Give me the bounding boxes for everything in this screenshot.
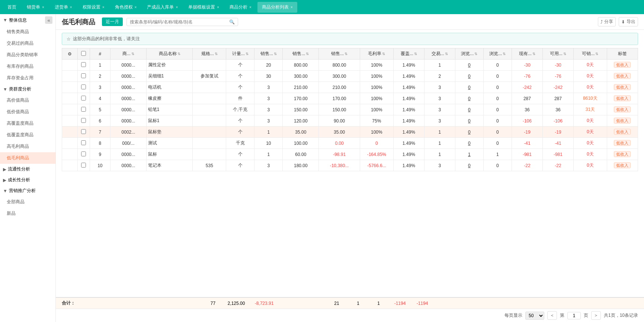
nav-sales-close[interactable]: × (42, 5, 44, 9)
sidebar-section-overall[interactable]: ▼ 整体信息 « (0, 14, 55, 26)
cell-checkbox[interactable] (77, 127, 90, 138)
sidebar-item-high-margin[interactable]: 高毛利商品 (0, 141, 55, 152)
sort-icon-coverage[interactable]: ⇅ (414, 52, 417, 56)
sidebar-section-growth[interactable]: ▶ 成长性分析 (0, 175, 55, 185)
cell-view1[interactable]: 0 (455, 138, 483, 149)
col-code[interactable]: 商...⇅ (110, 48, 147, 60)
sort-icon-transaction[interactable]: ⇅ (445, 52, 448, 56)
view1-link[interactable]: 0 (468, 118, 471, 124)
page-number-input[interactable] (567, 312, 581, 319)
select-all-checkbox[interactable] (81, 51, 86, 56)
col-spec[interactable]: 规格...⇅ (193, 48, 226, 60)
sidebar-collapse-btn[interactable]: « (45, 16, 52, 24)
sidebar-section-marketing[interactable]: ▼ 营销推广分析 (0, 185, 55, 196)
sort-icon-sale-profit[interactable]: ⇅ (345, 52, 347, 56)
col-sale-price[interactable]: 销售...⇅ (283, 48, 319, 60)
nav-roles-close[interactable]: × (135, 5, 137, 9)
nav-analysis[interactable]: 商品分析 × (225, 2, 256, 13)
sidebar-item-high-value[interactable]: 高价值商品 (0, 95, 55, 106)
per-page-select[interactable]: 50 20 100 (525, 312, 544, 320)
settings-icon[interactable]: ⚙ (68, 51, 72, 57)
nav-template-close[interactable]: × (217, 5, 219, 9)
sidebar-item-new-products[interactable]: 新品 (0, 208, 55, 219)
cell-checkbox[interactable] (77, 93, 90, 104)
sort-icon-spec[interactable]: ⇅ (215, 52, 218, 56)
search-box[interactable]: 🔍 (126, 18, 238, 26)
share-button[interactable]: ⤴ 分享 (598, 17, 616, 26)
view1-link[interactable]: 0 (468, 74, 471, 79)
sort-icon-code[interactable]: ⇅ (131, 52, 134, 56)
nav-products[interactable]: 产成品入库单 × (142, 2, 182, 13)
cell-checkbox[interactable] (77, 60, 90, 71)
cell-checkbox[interactable] (77, 104, 90, 115)
row-checkbox[interactable] (81, 96, 86, 101)
sort-icon-sale-count[interactable]: ⇅ (274, 52, 277, 56)
sidebar-item-sales-products[interactable]: 销售类商品 (0, 26, 55, 38)
view1-link[interactable]: 0 (468, 96, 471, 101)
nav-purchase-close[interactable]: × (70, 5, 72, 9)
nav-analysis-list[interactable]: 商品分析列表 × (257, 2, 297, 13)
row-checkbox[interactable] (81, 62, 86, 67)
sort-icon-unit[interactable]: ⇅ (246, 52, 249, 56)
nav-products-close[interactable]: × (176, 5, 178, 9)
row-checkbox[interactable] (81, 85, 86, 89)
row-checkbox[interactable] (81, 140, 86, 145)
cell-view1[interactable]: 0 (455, 93, 483, 104)
cell-checkbox[interactable] (77, 138, 90, 149)
sort-icon-view2[interactable]: ⇅ (503, 52, 506, 56)
sort-icon-gross[interactable]: ⇅ (382, 52, 385, 56)
sidebar-section-liquidity[interactable]: ▶ 流通性分析 (0, 164, 55, 175)
col-unit[interactable]: 计量...⇅ (226, 48, 254, 60)
col-coverage[interactable]: 覆盖...⇅ (393, 48, 424, 60)
sidebar-item-low-margin[interactable]: 低毛利商品 (0, 152, 55, 164)
nav-permissions-close[interactable]: × (102, 5, 105, 9)
cell-view1[interactable]: 0 (455, 82, 483, 93)
nav-analysis-list-close[interactable]: × (291, 5, 293, 9)
sidebar-item-low-value[interactable]: 低价值商品 (0, 106, 55, 118)
col-current[interactable]: 现有...⇅ (512, 48, 542, 60)
row-checkbox[interactable] (81, 107, 86, 112)
view1-link[interactable]: 0 (468, 107, 471, 112)
nav-home[interactable]: 首页 (3, 2, 21, 13)
sidebar-item-traded-products[interactable]: 交易过的商品 (0, 38, 55, 49)
sort-icon-name[interactable]: ⇅ (177, 52, 180, 56)
col-gross-rate[interactable]: 毛利率⇅ (360, 48, 393, 60)
nav-roles[interactable]: 角色授权 × (110, 2, 141, 13)
cell-view1[interactable]: 0 (455, 104, 483, 115)
sidebar-item-inventory-capital[interactable]: 库存资金占用 (0, 72, 55, 84)
col-available[interactable]: 可用...⇅ (542, 48, 573, 60)
col-view2[interactable]: 浏览...⇅ (483, 48, 512, 60)
view1-link[interactable]: 1 (468, 152, 471, 157)
sort-icon-current[interactable]: ⇅ (532, 52, 535, 56)
nav-analysis-close[interactable]: × (249, 5, 251, 9)
sort-icon-available[interactable]: ⇅ (563, 52, 566, 56)
sidebar-item-inventory-products[interactable]: 有库存的商品 (0, 61, 55, 72)
view1-link[interactable]: 0 (468, 130, 471, 135)
view1-link[interactable]: 0 (468, 85, 471, 90)
search-input[interactable] (130, 19, 229, 25)
row-checkbox[interactable] (81, 118, 86, 123)
sidebar-item-low-coverage[interactable]: 低覆盖度商品 (0, 129, 55, 141)
nav-sales[interactable]: 销货单 × (22, 2, 49, 13)
col-sale-count[interactable]: 销售...⇅ (254, 48, 283, 60)
col-saleable[interactable]: 可销...⇅ (573, 48, 607, 60)
cell-checkbox[interactable] (77, 149, 90, 160)
row-checkbox[interactable] (81, 73, 86, 78)
nav-purchase[interactable]: 进货单 × (50, 2, 77, 13)
sidebar-item-category-rate[interactable]: 商品分类助销率 (0, 49, 55, 61)
cell-view1[interactable]: 0 (455, 127, 483, 138)
cell-checkbox[interactable] (77, 160, 90, 171)
cell-view1[interactable]: 0 (455, 60, 483, 71)
row-checkbox[interactable] (81, 163, 86, 168)
col-view1[interactable]: 浏览...⇅ (455, 48, 483, 60)
cell-view1[interactable]: 0 (455, 71, 483, 82)
filter-button[interactable]: 近一月 (102, 17, 123, 26)
col-settings[interactable]: ⚙ (62, 48, 78, 60)
col-checkbox[interactable] (77, 48, 90, 60)
sidebar-item-high-coverage[interactable]: 高覆盖度商品 (0, 118, 55, 129)
row-checkbox[interactable] (81, 129, 86, 134)
next-page-btn[interactable]: ＞ (591, 311, 601, 320)
view1-link[interactable]: 0 (468, 141, 471, 146)
sort-icon-saleable[interactable]: ⇅ (595, 52, 598, 56)
search-icon[interactable]: 🔍 (229, 19, 235, 25)
